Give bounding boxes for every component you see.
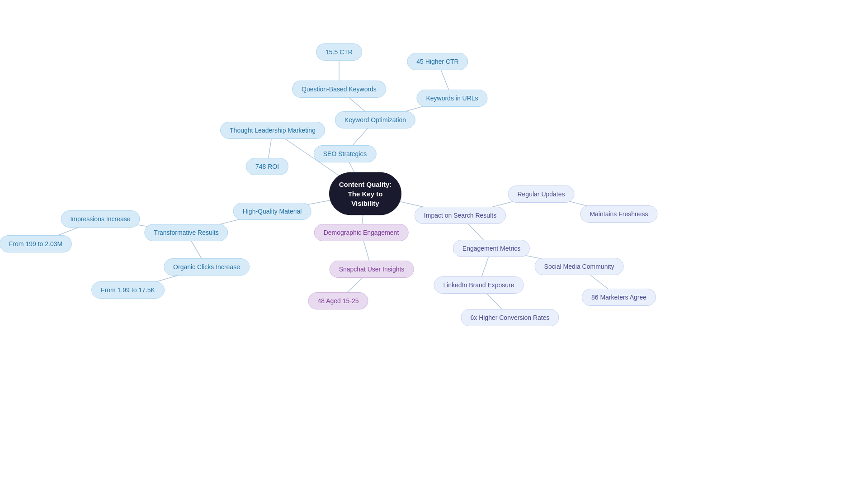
regular-updates-node[interactable]: Regular Updates <box>508 186 574 203</box>
15-5-ctr-node[interactable]: 15.5 CTR <box>316 43 362 61</box>
from-199-to-175k-node[interactable]: From 1.99 to 17.5K <box>91 281 165 299</box>
organic-clicks-increase-node[interactable]: Organic Clicks Increase <box>164 258 250 276</box>
impact-on-search-results-node[interactable]: Impact on Search Results <box>415 207 506 224</box>
high-quality-material-node[interactable]: High-Quality Material <box>233 203 311 220</box>
45-higher-ctr-node[interactable]: 45 Higher CTR <box>407 53 468 70</box>
snapchat-user-insights-node[interactable]: Snapchat User Insights <box>330 261 414 278</box>
demographic-engagement-node[interactable]: Demographic Engagement <box>314 224 409 241</box>
connection-lines <box>0 0 868 490</box>
thought-leadership-node[interactable]: Thought Leadership Marketing <box>220 122 325 139</box>
keyword-optimization-node[interactable]: Keyword Optimization <box>335 111 415 128</box>
transformative-results-node[interactable]: Transformative Results <box>144 224 228 241</box>
engagement-metrics-node[interactable]: Engagement Metrics <box>453 240 530 257</box>
from-199-to-203m-node[interactable]: From 199 to 2.03M <box>0 235 72 252</box>
center-node[interactable]: Content Quality: The Key to Visibility <box>329 172 401 215</box>
6x-higher-conversion-node[interactable]: 6x Higher Conversion Rates <box>461 309 559 326</box>
impressions-increase-node[interactable]: Impressions Increase <box>61 210 140 228</box>
social-media-community-node[interactable]: Social Media Community <box>535 258 624 275</box>
748-roi-node[interactable]: 748 ROI <box>246 158 288 175</box>
linkedin-brand-exposure-node[interactable]: LinkedIn Brand Exposure <box>434 276 524 294</box>
keywords-in-urls-node[interactable]: Keywords in URLs <box>416 90 487 107</box>
maintains-freshness-node[interactable]: Maintains Freshness <box>580 205 657 223</box>
question-based-keywords-node[interactable]: Question-Based Keywords <box>292 81 386 98</box>
48-aged-15-25-node[interactable]: 48 Aged 15-25 <box>308 292 368 309</box>
seo-strategies-node[interactable]: SEO Strategies <box>314 145 377 162</box>
86-marketers-agree-node[interactable]: 86 Marketers Agree <box>582 289 656 306</box>
